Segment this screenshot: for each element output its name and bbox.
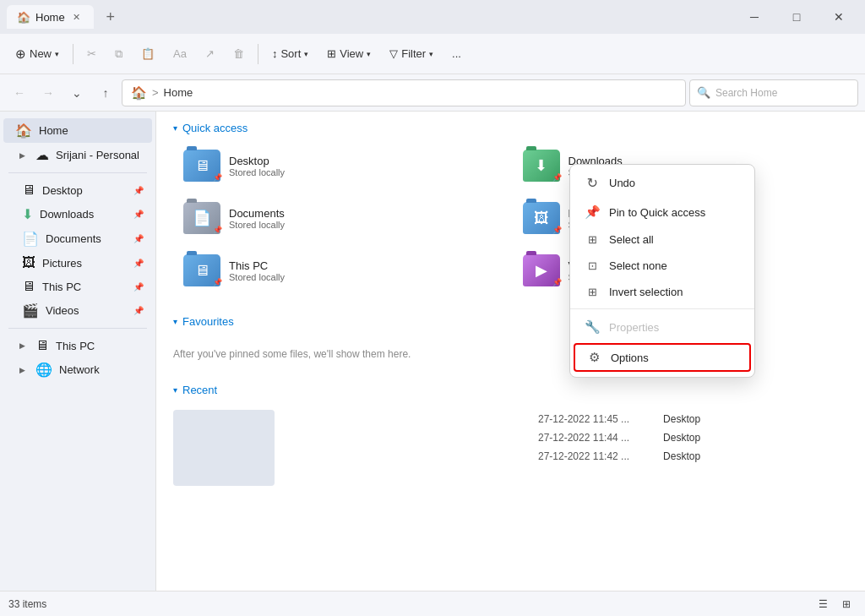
delete-button[interactable]: 🗑 [225,39,253,69]
sort-label: Sort [280,47,301,60]
recent-time-0: 27-12-2022 11:45 ... [538,413,629,425]
share-button[interactable]: ↗ [197,39,223,69]
folder-documents[interactable]: 📄 📌 Documents Stored locally [173,194,509,243]
forward-button[interactable]: → [35,80,61,106]
sidebar-item-videos[interactable]: 🎬 Videos 📌 [3,298,152,323]
cut-icon: ✂ [87,47,96,60]
grid-view-button[interactable]: ⊞ [836,594,857,614]
folder-thispc[interactable]: 🖥 📌 This PC Stored locally [173,246,509,295]
undo-icon: ↺ [584,175,601,191]
sidebar-sep-1 [8,172,147,173]
list-view-button[interactable]: ☰ [813,594,833,614]
minimize-button[interactable]: ─ [735,3,774,30]
new-button[interactable]: ⊕ New ▾ [7,39,68,69]
rename-icon: Aa [173,47,187,60]
toolbar-sep-1 [73,44,73,64]
close-button[interactable]: ✕ [819,3,858,30]
pictures-pin-icon: 📌 [552,226,562,234]
recent-locations-button[interactable]: ⌄ [64,80,90,106]
menu-pin-quick-access[interactable]: 📌 Pin to Quick access [570,198,754,226]
quick-access-header[interactable]: ▾ Quick access [156,112,865,141]
nav-bar: ← → ⌄ ↑ 🏠 > Home 🔍 Search Home [0,74,865,112]
recent-item-0[interactable]: 27-12-2022 11:45 ... Desktop 27-12-2022 … [156,403,865,489]
address-path: Home [164,86,193,99]
tab-close-button[interactable]: ✕ [70,10,84,24]
properties-icon: 🔧 [584,319,601,335]
pictures-icon: 🖼 [22,255,35,270]
rename-button[interactable]: Aa [165,39,195,69]
quick-access-chevron-icon: ▾ [173,123,177,133]
back-button[interactable]: ← [7,80,32,106]
documents-pin-icon: 📌 [213,226,222,234]
view-button[interactable]: ⊞ View ▾ [318,39,379,69]
sidebar-item-network[interactable]: ▶ 🌐 Network [3,357,152,382]
menu-select-all[interactable]: ⊞ Select all [570,226,754,253]
toolbar: ⊕ New ▾ ✂ ⧉ 📋 Aa ↗ 🗑 ↕ Sort ▾ ⊞ View ▾ ▽… [0,34,865,74]
cloud-icon: ☁ [35,147,49,163]
copy-button[interactable]: ⧉ [106,39,131,69]
thispc-expand-icon: ▶ [15,339,29,352]
favourites-section: After you've pinned some files, we'll sh… [156,335,865,373]
filter-icon: ▽ [389,47,398,60]
invert-selection-icon: ⊞ [584,286,601,298]
pin-icon-thispc: 📌 [133,282,144,292]
folder-desktop[interactable]: 🖥 📌 Desktop Stored locally [173,141,509,190]
item-count: 33 items [8,598,46,610]
cut-button[interactable]: ✂ [79,39,105,69]
maximize-button[interactable]: □ [777,3,816,30]
menu-properties-label: Properties [609,321,659,334]
main-layout: 🏠 Home ▶ ☁ Srijani - Personal 🖥 Desktop … [0,112,865,591]
sidebar-item-thispc[interactable]: ▶ 🖥 This PC [3,334,152,357]
options-icon: ⚙ [585,350,602,365]
title-tab[interactable]: 🏠 Home ✕ [7,5,94,29]
new-label: New [30,47,52,60]
sidebar-item-downloads[interactable]: ⬇ Downloads 📌 [3,202,152,226]
content-area: ▾ Quick access 🖥 📌 Desktop Stored locall… [156,112,865,591]
copy-icon: ⧉ [115,47,122,61]
menu-options[interactable]: ⚙ Options [574,343,751,372]
recent-header[interactable]: ▾ Recent [156,373,865,403]
sidebar-item-pictures[interactable]: 🖼 Pictures 📌 [3,251,152,275]
sidebar-item-documents[interactable]: 📄 Documents 📌 [3,226,152,251]
menu-invert-selection[interactable]: ⊞ Invert selection [570,279,754,305]
search-bar[interactable]: 🔍 Search Home [689,79,858,106]
favourites-label: Favourites [182,315,234,328]
favourites-chevron-icon: ▾ [173,317,177,326]
grid-view-icon: ⊞ [842,598,851,610]
select-all-icon: ⊞ [584,233,601,246]
menu-invert-label: Invert selection [609,286,683,298]
menu-select-all-label: Select all [609,233,654,246]
sidebar-item-desktop[interactable]: 🖥 Desktop 📌 [3,178,152,202]
up-button[interactable]: ↑ [93,80,118,106]
sort-button[interactable]: ↕ Sort ▾ [264,39,317,69]
more-button[interactable]: ... [443,39,470,69]
sidebar-item-thispc-quick[interactable]: 🖥 This PC 📌 [3,275,152,298]
paste-icon: 📋 [141,47,155,60]
thispc-icon: 🖥 [22,279,35,294]
view-icon: ⊞ [327,47,336,60]
pin-icon: 📌 [133,186,144,195]
menu-select-none[interactable]: ⊡ Select none [570,253,754,279]
tab-add-button[interactable]: + [101,7,121,27]
select-none-icon: ⊡ [584,259,601,272]
toolbar-sep-2 [258,44,258,64]
status-bar: 33 items ☰ ⊞ [0,591,865,616]
menu-undo[interactable]: ↺ Undo [570,168,754,198]
thispc-pin-icon: 📌 [213,278,222,286]
view-toggle: ☰ ⊞ [813,594,857,614]
pin-icon-videos: 📌 [133,306,144,315]
pin-quick-access-icon: 📌 [584,204,601,220]
address-bar[interactable]: 🏠 > Home [122,79,686,106]
recent-label: Recent [182,384,217,396]
filter-button[interactable]: ▽ Filter ▾ [381,39,442,69]
menu-pin-label: Pin to Quick access [609,206,705,219]
pin-icon-documents: 📌 [133,234,144,243]
downloads-pin-icon: 📌 [552,173,562,182]
desktop-pin-icon: 📌 [213,173,222,182]
tab-label: Home [35,11,65,24]
paste-button[interactable]: 📋 [133,39,163,69]
sidebar-item-home[interactable]: 🏠 Home [3,118,152,143]
home-icon: 🏠 [15,123,32,139]
favourites-header[interactable]: ▾ Favourites [156,305,865,335]
sidebar-item-srijani[interactable]: ▶ ☁ Srijani - Personal [3,143,152,167]
